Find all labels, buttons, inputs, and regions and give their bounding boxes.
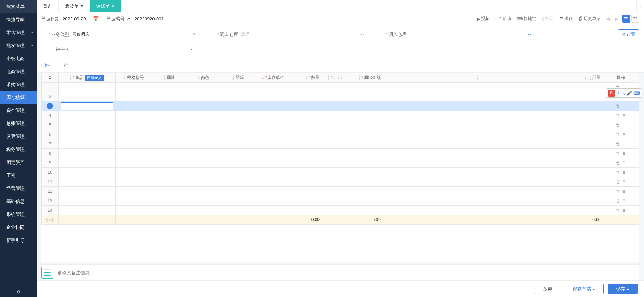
table-cell[interactable] <box>115 101 152 111</box>
more-icon[interactable]: ⋯ <box>191 46 196 52</box>
table-cell[interactable] <box>152 130 186 139</box>
table-cell[interactable] <box>347 139 383 149</box>
table-cell[interactable] <box>383 82 573 92</box>
table-cell[interactable] <box>347 111 383 120</box>
table-cell[interactable] <box>115 149 152 158</box>
table-cell[interactable] <box>152 111 186 120</box>
table-cell[interactable] <box>347 168 383 177</box>
table-cell[interactable] <box>255 206 291 215</box>
table-cell[interactable] <box>383 130 573 139</box>
table-cell[interactable] <box>322 149 347 158</box>
table-cell[interactable] <box>221 206 255 215</box>
table-cell[interactable] <box>152 168 186 177</box>
table-cell[interactable] <box>58 82 115 92</box>
delete-row-icon[interactable]: 🗑 <box>616 141 620 146</box>
copy-row-icon[interactable]: ⊕ <box>622 208 626 213</box>
column-header[interactable] <box>383 73 573 82</box>
table-cell[interactable] <box>255 168 291 177</box>
in-warehouse-select[interactable]: ⋯ <box>409 29 533 39</box>
table-cell[interactable] <box>383 139 573 149</box>
table-cell[interactable] <box>221 120 255 130</box>
table-cell[interactable] <box>291 101 322 111</box>
table-cell[interactable] <box>322 92 347 101</box>
table-cell[interactable] <box>322 139 347 149</box>
column-header[interactable]: *数量 <box>291 73 322 82</box>
table-cell[interactable] <box>573 187 603 196</box>
table-cell[interactable] <box>255 82 291 92</box>
table-cell[interactable] <box>58 158 115 168</box>
table-cell[interactable] <box>383 120 573 130</box>
ime-lang[interactable]: 中 <box>616 90 621 96</box>
table-cell[interactable] <box>322 120 347 130</box>
table-cell[interactable] <box>115 120 152 130</box>
table-cell[interactable] <box>152 120 186 130</box>
settings-button[interactable]: ⚙设置 <box>618 29 639 39</box>
column-header[interactable]: 尺码 <box>221 73 255 82</box>
doc-date-value[interactable]: 2022-09-20 <box>63 16 86 21</box>
table-cell[interactable] <box>291 187 322 196</box>
table-cell[interactable] <box>58 92 115 101</box>
table-cell[interactable] <box>322 177 347 187</box>
delete-row-icon[interactable]: 🗑 <box>616 132 620 137</box>
sidebar-item[interactable]: 库存核算 <box>0 91 37 104</box>
sidebar-item[interactable]: 工资 <box>0 169 37 182</box>
view-grid-button[interactable]: ☷ <box>631 15 639 23</box>
table-cell[interactable] <box>152 82 186 92</box>
table-cell[interactable] <box>383 187 573 196</box>
copy-row-icon[interactable]: ⊕ <box>622 123 626 127</box>
ime-punct-icon[interactable]: •, <box>622 91 625 96</box>
table-cell[interactable] <box>115 187 152 196</box>
table-cell[interactable] <box>152 101 186 111</box>
table-cell[interactable] <box>255 130 291 139</box>
table-cell[interactable] <box>115 206 152 215</box>
sort-icon[interactable] <box>69 75 72 80</box>
table-cell[interactable] <box>573 196 603 206</box>
table-cell[interactable] <box>291 92 322 101</box>
table-cell[interactable] <box>291 111 322 120</box>
table-cell[interactable] <box>573 101 603 111</box>
copy-row-icon[interactable]: ⊕ <box>622 113 626 118</box>
sidebar-item[interactable]: 新手引导 <box>0 234 37 247</box>
table-cell[interactable] <box>221 101 255 111</box>
table-cell[interactable] <box>383 168 573 177</box>
table-cell[interactable] <box>347 120 383 130</box>
table-cell[interactable] <box>255 149 291 158</box>
out-warehouse-select[interactable]: 选择... ⋯ <box>241 29 364 39</box>
close-icon[interactable]: × <box>81 4 83 8</box>
sidebar-item[interactable]: 搜索菜单 <box>0 0 37 13</box>
column-header[interactable]: 可用量 <box>573 73 603 82</box>
copy-row-icon[interactable]: ⊕ <box>622 104 626 108</box>
tab[interactable]: 调拨单× <box>90 0 121 12</box>
table-cell[interactable] <box>221 168 255 177</box>
table-cell[interactable] <box>383 111 573 120</box>
table-cell[interactable] <box>186 149 221 158</box>
table-cell[interactable] <box>255 196 291 206</box>
table-cell[interactable] <box>383 158 573 168</box>
table-cell[interactable] <box>221 130 255 139</box>
sidebar-item[interactable]: 快捷导航 <box>0 13 37 26</box>
table-cell[interactable] <box>115 158 152 168</box>
table-cell[interactable] <box>347 187 383 196</box>
table-cell[interactable] <box>573 206 603 215</box>
tab[interactable]: 要货单× <box>59 0 90 12</box>
table-row[interactable]: 11🗑⊕ <box>42 177 639 187</box>
sidebar-item[interactable]: 小畅电商 <box>0 52 37 65</box>
handler-select[interactable]: ⋯ <box>72 44 196 54</box>
table-cell[interactable] <box>115 130 152 139</box>
table-cell[interactable] <box>115 111 152 120</box>
sidebar-item[interactable]: 总账管理 <box>0 117 37 130</box>
sidebar-item[interactable]: 基础信息 <box>0 195 37 208</box>
table-cell[interactable] <box>291 130 322 139</box>
table-cell[interactable] <box>573 82 603 92</box>
table-row[interactable]: 1🗑⊕ <box>42 82 639 92</box>
delete-row-icon[interactable]: 🗑 <box>616 189 620 194</box>
table-cell[interactable] <box>573 139 603 149</box>
sidebar-item[interactable]: 零售管理▾ <box>0 26 37 39</box>
table-cell[interactable] <box>221 158 255 168</box>
table-cell[interactable] <box>322 168 347 177</box>
table-cell[interactable] <box>186 187 221 196</box>
table-cell[interactable] <box>115 92 152 101</box>
column-header[interactable]: *库存单位 <box>255 73 291 82</box>
table-cell[interactable] <box>58 101 115 111</box>
ime-keyboard-icon[interactable]: ⌨ <box>633 91 640 96</box>
